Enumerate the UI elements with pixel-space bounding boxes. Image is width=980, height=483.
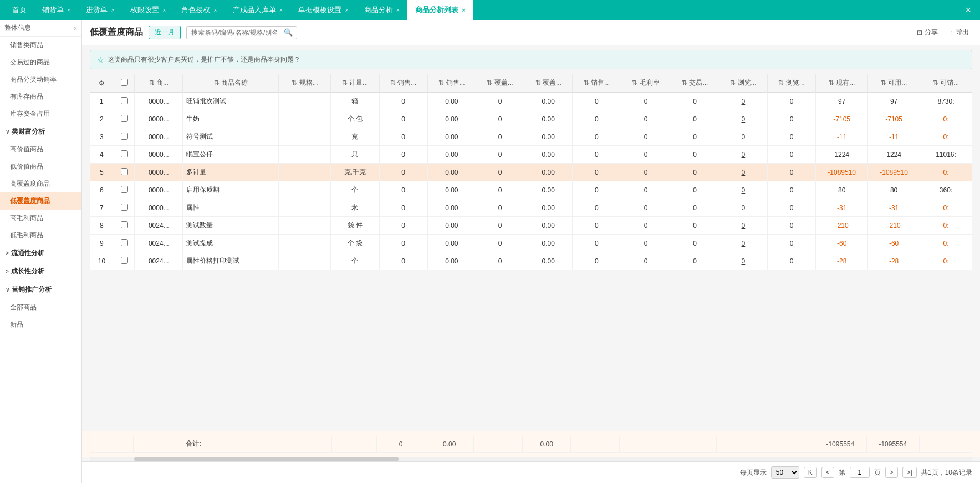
current-page-input[interactable] [850,467,870,478]
sidebar-item-traded-goods[interactable]: 交易过的商品 [0,54,81,71]
col-name[interactable]: ⇅ 商品名称 [183,74,279,93]
row-stock: -1089510 [816,164,868,181]
sidebar-item-sales-goods[interactable]: 销售类商品 [0,37,81,54]
row-checkbox[interactable] [114,93,135,110]
select-all-checkbox[interactable] [121,79,128,86]
row-browse1[interactable]: 0 [719,217,767,235]
sidebar-section-growth[interactable]: > 成长性分析 [0,262,81,281]
row-checkbox[interactable] [114,128,135,146]
row-checkbox[interactable] [114,110,135,128]
search-input[interactable] [186,26,297,39]
col-available[interactable]: ⇅ 可用... [868,74,920,93]
row-code: 0024... [135,217,183,235]
col-sales3[interactable]: ⇅ 销售... [573,74,621,93]
nav-home[interactable]: 首页 [4,0,34,20]
last-page-button[interactable]: >| [902,467,917,478]
row-sales2: 0.00 [427,128,476,146]
row-checkbox[interactable] [114,164,135,181]
sidebar-item-new-goods[interactable]: 新品 [0,316,81,333]
row-trade: 0 [671,217,719,235]
share-button[interactable]: ⊡ 分享 [913,26,941,39]
nav-goods-analysis[interactable]: 商品分析 × [356,0,407,20]
col-cover1[interactable]: ⇅ 覆盖... [476,74,524,93]
col-code[interactable]: ⇅ 商... [135,74,183,93]
close-icon[interactable]: × [279,7,283,13]
row-checkbox[interactable] [114,199,135,217]
nav-goods-analysis-list[interactable]: 商品分析列表 × [407,0,473,20]
first-page-button[interactable]: K [804,467,817,478]
nav-product-inbound[interactable]: 产成品入库单 × [225,0,290,20]
sidebar-item-capital-occupation[interactable]: 库存资金占用 [0,105,81,123]
collapse-icon[interactable]: « [73,24,77,32]
col-unit[interactable]: ⇅ 计量... [331,74,379,93]
close-icon[interactable]: × [345,7,348,13]
nav-role-auth[interactable]: 角色授权 × [173,0,224,20]
col-trade[interactable]: ⇅ 交易... [671,74,719,93]
sidebar-item-in-stock[interactable]: 有库存商品 [0,88,81,105]
sidebar-item-low-gross[interactable]: 低毛利商品 [0,227,81,244]
col-spec[interactable]: ⇅ 规格... [279,74,331,93]
nav-purchase-order[interactable]: 进货单 × [78,0,122,20]
prev-page-button[interactable]: < [821,467,834,478]
row-browse1[interactable]: 0 [719,164,767,181]
col-sales2[interactable]: ⇅ 销售... [427,74,476,93]
row-browse1[interactable]: 0 [719,199,767,217]
table-header-row: ⚙ ⇅ 商... ⇅ 商品名称 ⇅ 规格... ⇅ 计量... ⇅ 销售... … [90,74,972,93]
row-name: 多计量 [183,164,279,181]
row-spec [279,128,331,146]
row-code: 0024... [135,252,183,270]
col-cover2[interactable]: ⇅ 覆盖... [524,74,573,93]
sidebar-section-circulation[interactable]: > 流通性分析 [0,244,81,262]
nav-template-settings[interactable]: 单据模板设置 × [290,0,356,20]
sidebar-item-low-coverage[interactable]: 低覆盖度商品 [0,192,81,210]
close-icon[interactable]: × [396,7,400,13]
col-gross-rate[interactable]: ⇅ 毛利率 [621,74,671,93]
col-sellable[interactable]: ⇅ 可销... [920,74,972,93]
row-browse1[interactable]: 0 [719,146,767,164]
close-icon[interactable]: × [462,7,465,13]
row-sales2: 0.00 [427,252,476,270]
row-browse1[interactable]: 0 [719,110,767,128]
sidebar-item-high-value[interactable]: 高价值商品 [0,141,81,158]
sidebar-section-wealth-analysis[interactable]: ∨ 类财富分析 [0,123,81,141]
sidebar-overall-info[interactable]: 整体信息 « [0,20,81,37]
nav-sales-order[interactable]: 销货单 × [34,0,78,20]
col-browse2[interactable]: ⇅ 浏览... [768,74,816,93]
col-sales1[interactable]: ⇅ 销售... [379,74,427,93]
row-checkbox[interactable] [114,181,135,199]
row-browse1[interactable]: 0 [719,181,767,199]
row-checkbox[interactable] [114,235,135,252]
sidebar-item-high-coverage[interactable]: 高覆盖度商品 [0,175,81,192]
next-page-button[interactable]: > [885,467,898,478]
col-settings[interactable]: ⚙ [90,74,114,93]
row-trade: 0 [671,93,719,110]
sidebar-item-category-turnover[interactable]: 商品分类动销率 [0,71,81,88]
row-checkbox[interactable] [114,146,135,164]
date-filter-recent-month[interactable]: 近一月 [149,26,181,39]
row-spec [279,217,331,235]
row-browse1[interactable]: 0 [719,93,767,110]
row-checkbox[interactable] [114,217,135,235]
nav-permissions[interactable]: 权限设置 × [122,0,173,20]
row-checkbox[interactable] [114,252,135,270]
close-icon[interactable]: × [213,7,217,13]
sidebar-section-marketing[interactable]: ∨ 营销推广分析 [0,281,81,299]
sidebar-item-low-value[interactable]: 低价值商品 [0,158,81,175]
close-icon[interactable]: × [162,7,166,13]
close-all-button[interactable]: × [961,4,976,16]
horizontal-scrollbar[interactable] [90,457,972,461]
close-icon[interactable]: × [111,7,114,13]
row-browse1[interactable]: 0 [719,252,767,270]
sidebar-item-all-goods[interactable]: 全部商品 [0,299,81,316]
close-icon[interactable]: × [67,7,70,13]
col-checkbox[interactable] [114,74,135,93]
row-browse1[interactable]: 0 [719,235,767,252]
scrollbar-thumb[interactable] [134,457,399,461]
col-stock[interactable]: ⇅ 现有... [816,74,868,93]
per-page-select[interactable]: 50 20 100 [771,466,799,479]
row-name: 属性价格打印测试 [183,252,279,270]
col-browse1[interactable]: ⇅ 浏览... [719,74,767,93]
row-browse1[interactable]: 0 [719,128,767,146]
sidebar-item-high-gross[interactable]: 高毛利商品 [0,210,81,227]
export-button[interactable]: ↑ 导出 [947,26,972,39]
